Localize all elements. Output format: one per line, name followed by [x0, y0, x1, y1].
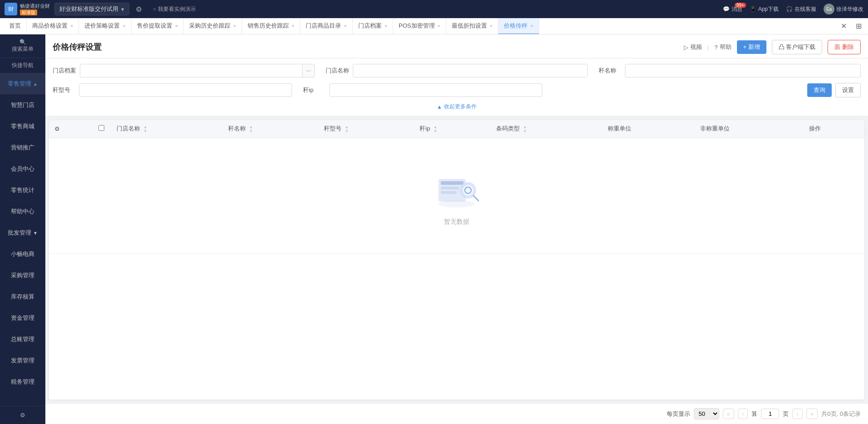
collapse-btn[interactable]: ▲ 收起更多条件: [437, 103, 477, 111]
sidebar-item-smart-store[interactable]: 智慧门店: [0, 95, 45, 116]
tab-sale-price[interactable]: 售价提取设置 ×: [132, 18, 184, 34]
sidebar-item-retail-mall[interactable]: 零售商城: [0, 116, 45, 137]
search-icon: 🔍: [20, 39, 26, 45]
scale-ip-input[interactable]: [329, 83, 542, 97]
tab-min-discount-label: 最低折扣设置: [452, 22, 487, 30]
download-label: 凸 客户端下载: [779, 43, 816, 51]
download-client-button[interactable]: 凸 客户端下载: [772, 40, 823, 54]
maximize-tab-btn[interactable]: ⊞: [853, 21, 864, 31]
sidebar-item-purchase[interactable]: 采购管理: [0, 265, 45, 286]
message-btn[interactable]: 💬 消息 99+: [723, 5, 742, 13]
tab-sales-history[interactable]: 销售历史价跟踪 ×: [242, 18, 300, 34]
close-icon[interactable]: ×: [385, 23, 387, 29]
demo-link[interactable]: ○ 我要看实例演示: [153, 5, 196, 13]
filter-scale-ip: 秆ip: [303, 83, 542, 97]
tab-price-scale[interactable]: 价格传秤 ×: [498, 18, 539, 34]
help-link[interactable]: ? 帮助: [714, 43, 731, 51]
headset-icon: 🎧: [786, 6, 793, 12]
sidebar-item-member[interactable]: 会员中心: [0, 159, 45, 180]
avatar: Ea: [824, 4, 834, 14]
current-page-input[interactable]: [761, 409, 779, 419]
user-menu[interactable]: Ea 徐泽华修改: [824, 4, 863, 14]
sidebar-search-label: 搜索菜单: [4, 45, 42, 53]
close-icon[interactable]: ×: [122, 23, 125, 29]
prev-page-btn[interactable]: ‹: [738, 409, 748, 419]
first-page-btn[interactable]: «: [723, 409, 734, 419]
tab-purchase-strategy[interactable]: 进价策略设置 ×: [79, 18, 131, 34]
delete-button[interactable]: 面 删除: [828, 40, 861, 54]
store-name-input[interactable]: [353, 64, 588, 77]
sidebar-quick-nav[interactable]: 快捷导航: [0, 58, 45, 73]
sidebar-item-finance[interactable]: 资金管理: [0, 308, 45, 329]
store-file-expand-btn[interactable]: ···: [302, 64, 315, 77]
close-icon[interactable]: ×: [233, 23, 236, 29]
sidebar-item-wholesale[interactable]: 批发管理 ▼: [0, 222, 45, 244]
online-service-btn[interactable]: 🎧 在线客服: [786, 5, 816, 13]
th-settings[interactable]: ⚙: [49, 120, 93, 138]
svg-rect-2: [441, 181, 463, 185]
scale-model-input[interactable]: [79, 83, 292, 97]
settings-icon[interactable]: ⚙: [134, 3, 144, 15]
sidebar-item-ecommerce[interactable]: 小畅电商: [0, 244, 45, 265]
tab-pos-security[interactable]: POS加密管理 ×: [393, 18, 446, 34]
close-tab-btn[interactable]: ✕: [838, 21, 849, 31]
app-download-btn[interactable]: 📱 App下载: [750, 5, 779, 13]
tab-home[interactable]: 首页: [4, 18, 27, 34]
top-right-area: 💬 消息 99+ 📱 App下载 🎧 在线客服 Ea 徐泽华修改: [723, 4, 863, 14]
last-page-btn[interactable]: »: [806, 409, 818, 419]
close-icon[interactable]: ×: [438, 23, 440, 29]
sidebar-item-tax[interactable]: 税务管理: [0, 371, 45, 393]
tab-sales-history-label: 销售历史价跟踪: [248, 22, 289, 30]
message-badge: 99+: [735, 3, 746, 8]
svg-line-7: [473, 196, 478, 201]
sort-icon: ▲▼: [434, 125, 437, 133]
sidebar-item-retail[interactable]: 零售管理 ▲: [0, 73, 45, 95]
set-button[interactable]: 设置: [835, 83, 861, 97]
version-dropdown[interactable]: 好业财标准版交付试用 ▾: [54, 3, 129, 15]
sidebar-item-ledger[interactable]: 总账管理: [0, 329, 45, 350]
store-file-input[interactable]: [80, 64, 302, 77]
close-icon[interactable]: ×: [530, 23, 533, 29]
sort-icon: ▲▼: [249, 125, 253, 133]
th-checkbox: [93, 120, 111, 138]
tab-min-discount[interactable]: 最低折扣设置 ×: [446, 18, 498, 34]
tab-pos-security-label: POS加密管理: [399, 22, 434, 30]
page-actions: ▷ 视频 | ? 帮助 + 新增 凸 客户端下载 面 删除: [684, 40, 861, 54]
close-icon[interactable]: ×: [490, 23, 493, 29]
search-button[interactable]: 查询: [807, 83, 832, 97]
scale-name-input[interactable]: [625, 64, 861, 77]
tab-purchase-strategy-label: 进价策略设置: [84, 22, 120, 30]
tab-sale-price-label: 售价提取设置: [137, 22, 172, 30]
data-table: ⚙ 门店名称 ▲▼ 秆名称 ▲▼ 秆型号 ▲▼: [49, 120, 864, 254]
page-size-select[interactable]: 50 10 20 100: [694, 408, 719, 419]
sidebar-item-invoice[interactable]: 发票管理: [0, 350, 45, 371]
next-page-btn[interactable]: ›: [792, 409, 802, 419]
tab-price-settings[interactable]: 商品价格设置 ×: [27, 18, 79, 34]
message-icon: 💬: [723, 6, 730, 12]
sidebar-search[interactable]: 🔍 搜索菜单: [0, 34, 45, 58]
svg-rect-3: [441, 187, 459, 189]
close-icon[interactable]: ×: [175, 23, 178, 29]
filter-area: 门店档案 ··· 门店名称 秆名称 秆型号: [45, 58, 868, 116]
sort-icon: ▲▼: [143, 125, 147, 133]
sidebar-item-retail-stats[interactable]: 零售统计: [0, 180, 45, 201]
tab-store-catalog[interactable]: 门店商品目录 ×: [300, 18, 352, 34]
video-link[interactable]: ▷ 视频: [684, 43, 702, 51]
close-icon[interactable]: ×: [344, 23, 346, 29]
tab-store-file[interactable]: 门店档案 ×: [353, 18, 393, 34]
chevron-up-icon: ▲: [33, 82, 38, 87]
retail-label: 零售管理: [8, 80, 31, 88]
tab-purchase-history[interactable]: 采购历史价跟踪 ×: [184, 18, 242, 34]
close-icon[interactable]: ×: [292, 23, 294, 29]
add-button[interactable]: + 新增: [737, 40, 766, 54]
tab-bar: 首页 商品价格设置 × 进价策略设置 × 售价提取设置 × 采购历史价跟踪 × …: [0, 18, 868, 34]
page-title: 价格传秤设置: [53, 42, 102, 53]
sidebar-item-marketing[interactable]: 营销推广: [0, 137, 45, 159]
sidebar-item-inventory[interactable]: 库存核算: [0, 286, 45, 308]
close-icon[interactable]: ×: [70, 23, 73, 29]
sidebar-item-help[interactable]: 帮助中心: [0, 201, 45, 222]
select-all-checkbox[interactable]: [98, 125, 104, 131]
add-label: + 新增: [743, 43, 760, 51]
sidebar-settings-btn[interactable]: ⚙: [0, 406, 45, 424]
help-label: 帮助: [720, 43, 731, 51]
